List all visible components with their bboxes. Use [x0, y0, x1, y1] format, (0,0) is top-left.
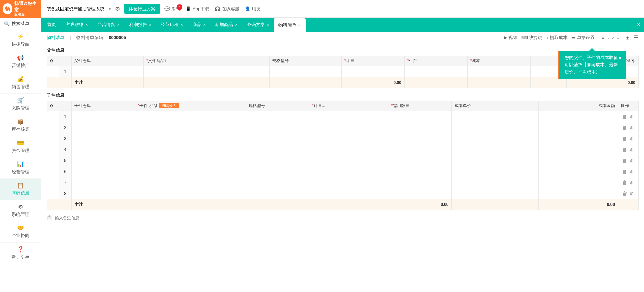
- operations-icon: 📊: [17, 161, 24, 167]
- child-row-2-warehouse[interactable]: [72, 122, 135, 133]
- child-row-3-product[interactable]: [135, 133, 246, 144]
- child-row-2-product[interactable]: [135, 122, 246, 133]
- video-button[interactable]: ▶ 视频: [504, 35, 517, 41]
- close-tab-goods[interactable]: ×: [203, 23, 206, 27]
- sidebar-item-marketing[interactable]: 📢 营销推广: [0, 51, 41, 72]
- list-view-icon[interactable]: ☰: [634, 34, 639, 41]
- child-row-1-spec[interactable]: [246, 111, 309, 122]
- breadcrumb-bom[interactable]: 物料清单: [47, 35, 64, 41]
- child-row-2-unit[interactable]: [309, 122, 364, 133]
- sidebar-item-cooperation[interactable]: 🤝 企业协同: [0, 221, 41, 243]
- sidebar-item-system[interactable]: ⚙ 系统管理: [0, 200, 41, 221]
- child-row-3-warehouse[interactable]: [72, 133, 135, 144]
- child-col-settings[interactable]: ⚙: [47, 101, 59, 111]
- child-row-3-spec[interactable]: [246, 133, 309, 144]
- child-row-2-qty[interactable]: [388, 122, 451, 133]
- delete-row-6-button[interactable]: 🗑: [622, 169, 627, 174]
- app-download-button[interactable]: 📱 App下载: [186, 6, 209, 12]
- sidebar-item-basic-info[interactable]: 📋 基础信息: [0, 179, 41, 200]
- tab-history[interactable]: 经营历程 ×: [156, 18, 187, 32]
- settings-icon[interactable]: ⚙: [115, 5, 120, 12]
- close-tab-bom[interactable]: ×: [298, 23, 300, 27]
- delete-row-3-button[interactable]: 🗑: [622, 136, 627, 141]
- tab-barcode[interactable]: 条码方案 ×: [242, 18, 274, 32]
- sidebar-item-quick-nav[interactable]: ⚡ 快捷导航: [0, 30, 41, 51]
- close-tab-history[interactable]: ×: [181, 23, 183, 27]
- scan-button[interactable]: 扫码录入: [159, 103, 179, 108]
- copy-row-2-button[interactable]: ⊕: [630, 125, 634, 130]
- copy-row-1-button[interactable]: ⊕: [630, 114, 634, 119]
- delete-row-5-button[interactable]: 🗑: [622, 158, 627, 163]
- prev-button[interactable]: ‹: [606, 34, 610, 41]
- sidebar-item-purchase[interactable]: 🛒 采购管理: [0, 94, 41, 115]
- copy-row-3-button[interactable]: ⊕: [630, 136, 634, 141]
- trial-button[interactable]: 体验行业方案: [124, 4, 160, 14]
- remark-input[interactable]: [55, 215, 639, 220]
- tab-home[interactable]: 首页: [42, 18, 61, 32]
- copy-row-8-button[interactable]: ⊕: [630, 191, 634, 196]
- search-menu[interactable]: 🔍 搜索菜单: [0, 18, 41, 30]
- delete-row-4-button[interactable]: 🗑: [622, 147, 627, 152]
- delete-row-7-button[interactable]: 🗑: [622, 180, 627, 185]
- parent-row-1-warehouse[interactable]: [72, 66, 144, 77]
- child-row-3-unit-cost[interactable]: [451, 133, 515, 144]
- sidebar-item-sales[interactable]: 💰 销售管理: [0, 72, 41, 94]
- next-last-button[interactable]: »: [616, 34, 621, 41]
- child-row-1-unit-cost[interactable]: [451, 111, 515, 122]
- grid-view-icon[interactable]: ⊞: [625, 34, 630, 41]
- close-tab-operations[interactable]: ×: [117, 23, 119, 27]
- close-tab-new-goods[interactable]: ×: [235, 23, 237, 27]
- prev-first-button[interactable]: «: [600, 34, 605, 41]
- parent-row-1-product[interactable]: [144, 66, 270, 77]
- close-tab-profit[interactable]: ×: [149, 23, 151, 27]
- child-row-3-unit[interactable]: [309, 133, 364, 144]
- delete-row-2-button[interactable]: 🗑: [622, 125, 627, 130]
- child-row-1-product[interactable]: [135, 111, 246, 122]
- parent-row-1-cost[interactable]: [467, 66, 530, 77]
- copy-row-6-button[interactable]: ⊕: [630, 169, 634, 174]
- sidebar: 畅 畅通诶好生意 标准版 🔍 搜索菜单 ⚡ 快捷导航 📢 营销推广 💰 销售管理…: [0, 0, 41, 292]
- video-icon: ▶: [504, 35, 507, 40]
- extract-cost-button[interactable]: ↑ 提取成本: [546, 35, 568, 41]
- sidebar-item-guide[interactable]: ❓ 新手引导: [0, 243, 41, 264]
- close-tab-barcode[interactable]: ×: [267, 23, 269, 27]
- tab-bom[interactable]: 物料清单 ×: [274, 18, 305, 32]
- copy-row-5-button[interactable]: ⊕: [630, 158, 634, 163]
- child-col-amount: 成本金额: [538, 101, 618, 111]
- parent-row-1-unit[interactable]: [342, 66, 405, 77]
- copy-row-4-button[interactable]: ⊕: [630, 147, 634, 152]
- parent-col-settings[interactable]: ⚙: [47, 56, 59, 66]
- copy-row-7-button[interactable]: ⊕: [630, 180, 634, 185]
- tooltip-close-button[interactable]: ×: [619, 54, 621, 62]
- child-row-2-spec[interactable]: [246, 122, 309, 133]
- tab-goods[interactable]: 商品 ×: [188, 18, 210, 32]
- sidebar-item-finance[interactable]: 💳 资金管理: [0, 136, 41, 157]
- doc-settings-button[interactable]: ☰ 单据设置: [572, 35, 595, 41]
- message-button[interactable]: 💬 5 消息: [164, 6, 180, 12]
- sub-header: 物料清单 | 物料清单编码 0000005 ▶ 视频 ⌨ 快捷键 ↑ 提取成本 …: [41, 32, 644, 44]
- parent-row-1-produce[interactable]: [404, 66, 467, 77]
- parent-row-1-spec[interactable]: [269, 66, 341, 77]
- delete-row-8-button[interactable]: 🗑: [622, 191, 627, 196]
- tab-operations[interactable]: 经营情况 ×: [92, 18, 124, 32]
- delete-row-1-button[interactable]: 🗑: [622, 114, 627, 119]
- dropdown-arrow[interactable]: ▾: [109, 6, 111, 11]
- sidebar-item-operations[interactable]: 📊 经营管理: [0, 157, 41, 179]
- sidebar-item-inventory[interactable]: 📦 库存核算: [0, 115, 41, 136]
- close-tab-customer[interactable]: ×: [86, 23, 88, 27]
- child-row-2-unit-cost[interactable]: [451, 122, 515, 133]
- child-row-1-qty[interactable]: [388, 111, 451, 122]
- child-row-1-warehouse[interactable]: [72, 111, 135, 122]
- child-row-3-qty[interactable]: [388, 133, 451, 144]
- shortcut-button[interactable]: ⌨ 快捷键: [521, 35, 542, 41]
- topbar: 装备及固定资产辅助管理系统 ▾ ⚙ 体验行业方案 💬 5 消息 📱 App下载 …: [41, 0, 644, 18]
- child-row-1-unit[interactable]: [309, 111, 364, 122]
- child-col-extra2: [515, 101, 538, 111]
- tab-new-goods[interactable]: 新增商品 ×: [210, 18, 242, 32]
- nav-close-all[interactable]: ×: [634, 22, 643, 28]
- tab-customer[interactable]: 客户联络 ×: [61, 18, 92, 32]
- next-button[interactable]: ›: [611, 34, 615, 41]
- user-button[interactable]: 👤 用友: [245, 6, 261, 12]
- tab-profit[interactable]: 利润报告 ×: [124, 18, 156, 32]
- online-service-button[interactable]: 🎧 在线客服: [215, 6, 239, 12]
